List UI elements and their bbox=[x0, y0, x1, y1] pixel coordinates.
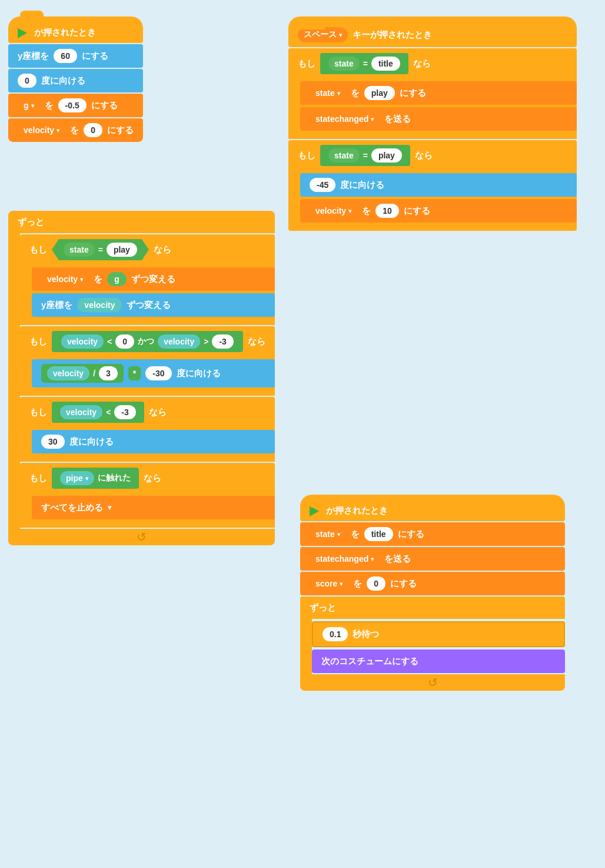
if-state-play-1: もし state = play なら velocit bbox=[20, 234, 275, 325]
dropdown-stop[interactable]: ▾ bbox=[108, 503, 111, 512]
rep-state-1[interactable]: state bbox=[64, 243, 95, 257]
bool-pipe-touch: pipe ▾ に触れた bbox=[52, 468, 139, 489]
forever-label-2: ずっと bbox=[310, 602, 336, 614]
if-header-1[interactable]: もし state = play なら bbox=[20, 234, 275, 265]
send-statechanged-2[interactable]: statechanged ▾ を送る bbox=[300, 547, 565, 571]
bool-vel-lt0: velocity < 0 かつ velocity > -3 bbox=[52, 331, 243, 352]
bool-vel-lt-neg3: velocity < -3 bbox=[52, 402, 144, 423]
reporter-g[interactable]: g ▾ bbox=[18, 98, 40, 112]
send-statechanged-1[interactable]: statechanged ▾ を送る bbox=[300, 107, 577, 131]
hat-flag-2[interactable]: が押されたとき bbox=[300, 495, 565, 521]
set-dir-0[interactable]: 0 度に向ける bbox=[8, 69, 143, 92]
change-vel-by-g[interactable]: velocity ▾ を g ずつ変える bbox=[32, 267, 275, 291]
rep-score[interactable]: score ▾ bbox=[310, 577, 348, 591]
if-vel-lt-neg3: もし velocity < -3 なら 30 度に bbox=[20, 397, 275, 462]
val-10: 10 bbox=[375, 204, 399, 218]
if-header-play2[interactable]: もし state = play なら bbox=[288, 140, 577, 171]
hat-flag-pressed-1[interactable]: が押されたとき bbox=[8, 16, 143, 43]
forever-bar-2 bbox=[300, 619, 312, 674]
set-dir-neg45[interactable]: -45 度に向ける bbox=[300, 173, 577, 197]
if-bottom-vel2 bbox=[20, 455, 275, 462]
forever-content: もし state = play なら velocit bbox=[20, 233, 275, 529]
val-title-2: title bbox=[364, 527, 393, 541]
rep-pipe[interactable]: pipe ▾ bbox=[60, 471, 94, 485]
if-inner-vel: velocity / 3 * -30 度に向ける bbox=[20, 357, 275, 389]
val-play-3: play bbox=[371, 148, 402, 163]
if-inner-pipe: すべてを止める ▾ bbox=[20, 493, 275, 521]
val-neg30: -30 bbox=[145, 366, 171, 380]
if-content-1: velocity ▾ を g ずつ変える y座標を velocity ずつ変える bbox=[32, 265, 275, 318]
bool-state-play-2: state = play bbox=[320, 145, 410, 166]
rep-vel-6[interactable]: velocity bbox=[60, 405, 102, 419]
if-bottom-pipe bbox=[20, 521, 275, 528]
group1: が押されたとき y座標を 60 にする 0 度に向ける g ▾ を -0.5 に… bbox=[8, 16, 143, 142]
val-neg30-op: * bbox=[128, 366, 141, 380]
wait-01[interactable]: 0.1 秒待つ bbox=[312, 621, 565, 647]
forever-header-2[interactable]: ずっと bbox=[300, 597, 565, 619]
rep-velocity-2[interactable]: velocity ▾ bbox=[41, 272, 89, 286]
if-header-title[interactable]: もし state = title なら bbox=[288, 48, 577, 79]
if-content-title: state ▾ を play にする statechanged ▾ を送る bbox=[300, 79, 577, 132]
if-bar-play2 bbox=[288, 171, 300, 224]
if-header-vel[interactable]: もし velocity < 0 かつ velocity > -3 なら bbox=[20, 326, 275, 357]
forever-inner-2: 0.1 秒待つ 次のコスチュームにする bbox=[300, 619, 565, 674]
if-bar-1 bbox=[20, 265, 32, 318]
set-velocity-0[interactable]: velocity ▾ を 0 にする bbox=[8, 118, 143, 142]
rep-vel-3[interactable]: velocity bbox=[61, 334, 104, 349]
if-bar-title bbox=[288, 79, 300, 132]
set-y-60[interactable]: y座標を 60 にする bbox=[8, 44, 143, 68]
set-g[interactable]: g ▾ を -0.5 にする bbox=[8, 94, 143, 117]
group4-flag: が押されたとき state ▾ を title にする statechanged… bbox=[300, 495, 565, 691]
if-header-pipe[interactable]: もし pipe ▾ に触れた なら bbox=[20, 463, 275, 493]
if-bottom-title bbox=[288, 132, 577, 139]
if-header-vel2[interactable]: もし velocity < -3 なら bbox=[20, 397, 275, 428]
next-costume[interactable]: 次のコスチュームにする bbox=[312, 650, 565, 673]
forever-bar bbox=[8, 233, 20, 529]
if-bar-vel2 bbox=[20, 428, 32, 455]
val-3: 3 bbox=[99, 366, 118, 380]
loop-arrow-1: ↺ bbox=[137, 530, 147, 544]
if-pipe-touch: もし pipe ▾ に触れた なら すべてを止める ▾ bbox=[20, 463, 275, 528]
set-dir-vel[interactable]: velocity / 3 * -30 度に向ける bbox=[32, 359, 275, 387]
forever-footer-2: ↺ bbox=[300, 674, 565, 691]
val-neg3: -3 bbox=[212, 334, 233, 349]
set-dir-30[interactable]: 30 度に向ける bbox=[32, 430, 275, 453]
val-neg45: -45 bbox=[310, 178, 335, 192]
if-content-vel: velocity / 3 * -30 度に向ける bbox=[32, 357, 275, 389]
val-play-2: play bbox=[364, 86, 395, 100]
reporter-velocity-1[interactable]: velocity ▾ bbox=[18, 123, 65, 137]
if-state-play-2: もし state = play なら -45 度に向ける bbox=[288, 140, 577, 231]
rep-state-2[interactable]: state bbox=[328, 57, 360, 71]
val-g: g bbox=[107, 272, 127, 286]
if-inner-vel2: 30 度に向ける bbox=[20, 428, 275, 455]
rep-state-3[interactable]: state ▾ bbox=[310, 86, 346, 100]
operator-vel-div: velocity / 3 bbox=[41, 364, 124, 383]
if-bar-pipe bbox=[20, 493, 32, 521]
val-01: 0.1 bbox=[323, 627, 348, 641]
rep-statechanged-1[interactable]: statechanged ▾ bbox=[310, 112, 380, 126]
forever-label: ずっと bbox=[18, 217, 44, 228]
loop-arrow-2: ↺ bbox=[428, 675, 438, 690]
rep-statechanged-2[interactable]: statechanged ▾ bbox=[310, 552, 380, 566]
val-play-1: play bbox=[107, 243, 137, 257]
scratch-canvas: が押されたとき y座標を 60 にする 0 度に向ける g ▾ を -0.5 に… bbox=[0, 0, 605, 868]
rep-state-5[interactable]: state ▾ bbox=[310, 527, 346, 541]
val-30: 30 bbox=[41, 435, 65, 449]
set-state-title[interactable]: state ▾ を title にする bbox=[300, 522, 565, 546]
set-state-play[interactable]: state ▾ を play にする bbox=[300, 81, 577, 105]
hat-space[interactable]: スペース ▾ キーが押されたとき bbox=[288, 16, 577, 47]
if-inner-title: state ▾ を play にする statechanged ▾ を送る bbox=[288, 79, 577, 132]
rep-state-4[interactable]: state bbox=[328, 148, 360, 163]
val-title: title bbox=[371, 57, 400, 71]
if-inner-1: velocity ▾ を g ずつ変える y座標を velocity ずつ変える bbox=[20, 265, 275, 318]
forever-header[interactable]: ずっと bbox=[8, 211, 275, 233]
val-0-vel: 0 bbox=[84, 123, 102, 137]
if-state-title: もし state = title なら state ▾ を play にする bbox=[288, 48, 577, 139]
rep-vel-5[interactable]: velocity bbox=[47, 366, 89, 380]
rep-velocity-3[interactable]: velocity ▾ bbox=[310, 204, 357, 218]
set-vel-10[interactable]: velocity ▾ を 10 にする bbox=[300, 199, 577, 223]
stop-all[interactable]: すべてを止める ▾ bbox=[32, 496, 275, 519]
rep-vel-4[interactable]: velocity bbox=[158, 334, 200, 349]
set-score-0[interactable]: score ▾ を 0 にする bbox=[300, 572, 565, 595]
change-y-by-vel[interactable]: y座標を velocity ずつ変える bbox=[32, 293, 275, 317]
